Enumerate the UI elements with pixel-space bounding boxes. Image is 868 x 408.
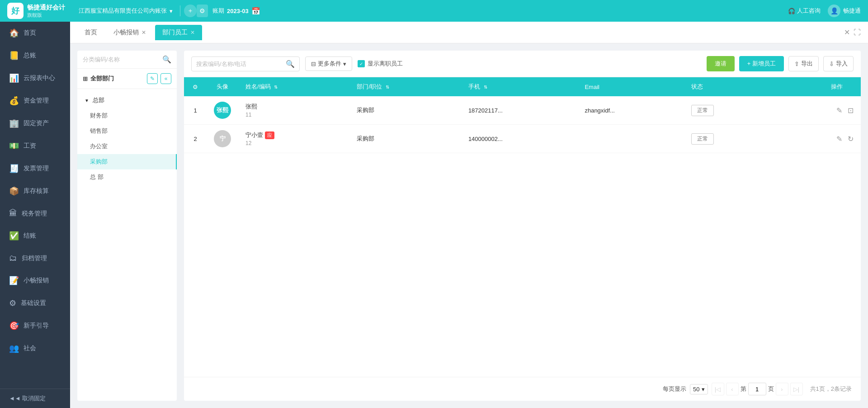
tab-employees-close[interactable]: ✕	[190, 29, 195, 36]
dept-node-sales[interactable]: 销售部	[77, 123, 177, 139]
filter-button[interactable]: ⊟ 更多条件 ▾	[305, 56, 352, 71]
dept-node-procurement[interactable]: 采购部	[77, 154, 177, 169]
first-page-button[interactable]: |◁	[712, 383, 724, 395]
dept-node-general[interactable]: 总 部	[77, 169, 177, 185]
search-icon: 🔍	[162, 55, 171, 64]
row2-avatar: 宁	[207, 125, 238, 153]
dept-header: ⊞ 全部部门 ✎ «	[77, 69, 177, 89]
tab-employees[interactable]: 部门员工 ✕	[155, 25, 202, 40]
invite-button[interactable]: 邀请	[707, 56, 735, 71]
account-period: 账期 2023-03 📅	[212, 7, 260, 15]
show-resigned-checkbox[interactable]: ✓ 显示离职员工	[358, 60, 403, 68]
chevron-down-icon: ▾	[702, 386, 705, 393]
last-page-button[interactable]: ▷|	[790, 383, 803, 395]
dept-node-parent[interactable]: ▼ 总部	[77, 93, 177, 108]
sidebar-item-social[interactable]: 👥 社会	[0, 337, 70, 360]
header-right: 🎧 人工咨询 👤 畅捷通	[788, 5, 861, 17]
invoice-icon: 🧾	[9, 164, 19, 174]
prev-page-button[interactable]: ‹	[726, 383, 739, 395]
dept-search-input[interactable]	[83, 56, 160, 63]
row1-dept: 采购部	[349, 96, 461, 125]
ledger-icon: 📒	[9, 51, 19, 61]
sidebar-item-home[interactable]: 🏠 首页	[0, 22, 70, 44]
dept-panel: 🔍 ⊞ 全部部门 ✎ « ▼ 总部	[77, 51, 177, 401]
pin-sidebar-button[interactable]: ◄◄ 取消固定	[0, 389, 70, 408]
tree-collapse-icon: ▼	[85, 98, 89, 103]
sidebar-scroll: 🏠 首页 📒 总账 📊 云报表中心 💰 资金管理 🏢 固定资产 💵 工资	[0, 22, 70, 389]
row1-avatar: 张熙	[207, 96, 238, 125]
sidebar-item-payroll[interactable]: 💵 工资	[0, 135, 70, 157]
settings-button[interactable]: ⚙	[197, 5, 208, 17]
row2-status: 正常	[684, 125, 773, 153]
sidebar-item-settings[interactable]: ⚙ 基础设置	[0, 292, 70, 314]
dept-edit-icon[interactable]: ✎	[147, 73, 158, 84]
total-text: 共1页，2条记录	[810, 385, 852, 393]
row1-actions: ✎ ⊡	[772, 96, 861, 125]
col-name[interactable]: 姓名/编码 ⇅	[238, 77, 349, 96]
sidebar-item-reports[interactable]: 📊 云报表中心	[0, 67, 70, 89]
edit-icon[interactable]: ✎	[836, 106, 842, 115]
sidebar-item-close[interactable]: ✅ 结账	[0, 225, 70, 247]
edit-icon[interactable]: ✎	[836, 135, 842, 143]
tab-expense-close[interactable]: ✕	[142, 29, 146, 36]
row1-status: 正常	[684, 96, 773, 125]
avatar: 宁	[214, 130, 231, 147]
dept-collapse-icon[interactable]: «	[160, 73, 171, 84]
tab-controls: ✕ ⛶	[844, 28, 861, 37]
export-icon: ⇧	[794, 61, 799, 67]
calendar-icon[interactable]: 📅	[251, 7, 260, 15]
funds-icon: 💰	[9, 96, 19, 106]
col-email: Email	[577, 77, 684, 96]
chevron-down-icon: ▾	[343, 61, 346, 67]
header-divider	[180, 5, 180, 16]
row2-dept: 采购部	[349, 125, 461, 153]
per-page-select[interactable]: 50 ▾	[690, 384, 708, 394]
report-icon: 📊	[9, 73, 19, 83]
close-period-icon: ✅	[9, 231, 19, 241]
service-button[interactable]: 🎧 人工咨询	[788, 7, 821, 15]
sidebar-item-guide[interactable]: 🎯 新手引导	[0, 314, 70, 337]
company-selector[interactable]: 江西服宝精品有限责任公司内账张 ▾	[75, 5, 176, 17]
dept-node-office[interactable]: 办公室	[77, 139, 177, 154]
sidebar-item-expense[interactable]: 📝 小畅报销	[0, 269, 70, 292]
filter-icon: ⊟	[311, 61, 316, 67]
sidebar-item-tax[interactable]: 🏛 税务管理	[0, 202, 70, 225]
sort-icon: ⇅	[484, 84, 487, 89]
sidebar-item-archive[interactable]: 🗂 归档管理	[0, 247, 70, 269]
refresh-icon[interactable]: ↻	[848, 135, 854, 143]
tab-expand-icon[interactable]: ⛶	[854, 28, 861, 37]
tab-close-all-icon[interactable]: ✕	[844, 28, 850, 37]
content-area: 首页 小畅报销 ✕ 部门员工 ✕ ✕ ⛶ 🔍	[70, 22, 868, 408]
logout-icon[interactable]: ⊡	[848, 106, 854, 115]
sidebar-item-invoice[interactable]: 🧾 发票管理	[0, 157, 70, 180]
col-dept[interactable]: 部门/职位 ⇅	[349, 77, 461, 96]
sidebar-item-ledger[interactable]: 📒 总账	[0, 44, 70, 67]
employee-search-input[interactable]	[196, 61, 283, 67]
page-input[interactable]	[748, 383, 766, 395]
table-settings-icon[interactable]: ⚙	[193, 84, 198, 90]
sidebar-item-inventory[interactable]: 📦 库存核算	[0, 180, 70, 202]
col-status: 状态	[684, 77, 773, 96]
row2-name: 宁小壹 应 12	[238, 125, 349, 153]
sidebar-item-funds[interactable]: 💰 资金管理	[0, 89, 70, 112]
add-button[interactable]: ＋	[184, 5, 197, 17]
col-phone[interactable]: 手机 ⇅	[461, 77, 578, 96]
add-employee-button[interactable]: + 新增员工	[739, 56, 784, 71]
row1-index: 1	[184, 96, 207, 125]
next-page-button[interactable]: ›	[776, 383, 788, 395]
avatar: 张熙	[214, 102, 231, 119]
tab-expense[interactable]: 小畅报销 ✕	[106, 25, 153, 40]
chevron-down-icon: ▾	[170, 8, 173, 14]
table-row: 1 张熙 张熙 11 采购部	[184, 96, 861, 125]
export-button[interactable]: ⇧ 导出	[788, 56, 819, 71]
settings-icon: ⚙	[9, 298, 16, 308]
page-unit: 页	[768, 385, 774, 393]
import-button[interactable]: ⇩ 导入	[823, 56, 854, 71]
sidebar-item-assets[interactable]: 🏢 固定资产	[0, 112, 70, 135]
employee-search-box: 🔍	[191, 56, 300, 71]
dept-node-finance[interactable]: 财务部	[77, 108, 177, 123]
headset-icon: 🎧	[788, 8, 795, 14]
tab-home[interactable]: 首页	[77, 25, 104, 40]
assets-icon: 🏢	[9, 118, 19, 128]
checkbox-box: ✓	[358, 60, 365, 67]
